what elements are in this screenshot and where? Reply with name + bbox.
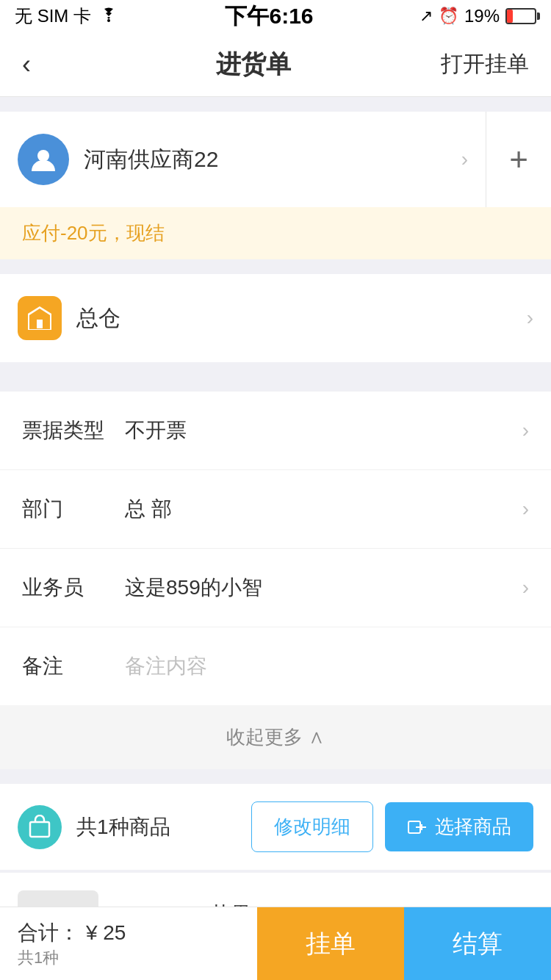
- battery-icon: [505, 8, 536, 24]
- salesperson-chevron-icon: ›: [522, 576, 529, 599]
- gap-top: [0, 97, 551, 112]
- cart-icon: [27, 815, 52, 840]
- location-icon: ↗: [419, 7, 433, 26]
- back-button[interactable]: ‹: [22, 49, 66, 80]
- total-section: 合计： ¥ 25 共1种: [0, 907, 257, 980]
- payment-notice: 应付-20元，现结: [0, 207, 551, 259]
- total-amount: ¥ 25: [86, 921, 126, 944]
- department-label: 部门: [22, 495, 110, 523]
- collapse-label: 收起更多 ∧: [226, 724, 324, 750]
- salesperson-label: 业务员: [22, 574, 110, 602]
- warehouse-row[interactable]: 总仓 ›: [0, 274, 551, 362]
- warehouse-icon: [26, 305, 53, 331]
- user-icon: [29, 145, 58, 174]
- supplier-name: 河南供应商22: [84, 145, 454, 175]
- svg-point-1: [37, 150, 49, 162]
- network-label: 无 SIM 卡: [15, 4, 91, 28]
- invoice-chevron-icon: ›: [522, 419, 529, 442]
- status-left: 无 SIM 卡: [15, 4, 119, 28]
- supplier-select-button[interactable]: 河南供应商22 ›: [0, 112, 486, 207]
- collapse-bar[interactable]: 收起更多 ∧: [0, 705, 551, 769]
- gap-1: [0, 377, 551, 392]
- battery-percent: 19%: [464, 6, 500, 26]
- product-header: 共1种商品 修改明细 选择商品: [0, 784, 551, 870]
- suspend-button[interactable]: 挂单: [257, 907, 404, 980]
- status-bar: 无 SIM 卡 下午6:16 ↗ ⏰ 19%: [0, 0, 551, 32]
- page-title: 进货单: [216, 48, 291, 82]
- invoice-label: 票据类型: [22, 417, 110, 444]
- checkout-button[interactable]: 结算: [404, 907, 551, 980]
- svg-point-0: [107, 19, 110, 22]
- department-chevron-icon: ›: [522, 497, 529, 521]
- invoice-row[interactable]: 票据类型 不开票 ›: [0, 392, 551, 470]
- status-time: 下午6:16: [225, 1, 313, 32]
- remark-label: 备注: [22, 652, 110, 680]
- supplier-avatar: [18, 134, 69, 185]
- product-count-label: 共1种商品: [76, 813, 251, 841]
- remark-row[interactable]: 备注 备注内容: [0, 627, 551, 705]
- form-section: 票据类型 不开票 › 部门 总 部 › 业务员 这是859的小智 › 备注 备注…: [0, 392, 551, 705]
- supplier-section: 河南供应商22 › +: [0, 112, 551, 207]
- nav-bar: ‹ 进货单 打开挂单: [0, 32, 551, 97]
- open-pending-button[interactable]: 打开挂单: [441, 49, 529, 79]
- select-product-label: 选择商品: [435, 814, 511, 840]
- svg-rect-2: [30, 822, 49, 837]
- bottom-bar: 合计： ¥ 25 共1种 挂单 结算: [0, 907, 551, 980]
- warehouse-chevron-icon: ›: [527, 306, 533, 330]
- salesperson-value: 这是859的小智: [110, 574, 515, 602]
- department-value: 总 部: [110, 495, 515, 523]
- product-icon-wrap: [18, 805, 62, 849]
- select-product-icon: [407, 817, 428, 837]
- edit-detail-button[interactable]: 修改明细: [251, 801, 373, 852]
- remark-input[interactable]: 备注内容: [110, 652, 529, 680]
- warehouse-name: 总仓: [76, 303, 519, 334]
- department-row[interactable]: 部门 总 部 ›: [0, 470, 551, 549]
- total-count: 共1种: [18, 947, 240, 969]
- supplier-add-button[interactable]: +: [486, 112, 551, 207]
- add-icon: +: [509, 141, 528, 178]
- total-amount-row: 合计： ¥ 25: [18, 918, 240, 947]
- select-product-button[interactable]: 选择商品: [385, 802, 533, 851]
- total-label: 合计：: [18, 921, 79, 944]
- supplier-chevron-icon: ›: [461, 148, 468, 171]
- wifi-icon: [98, 6, 119, 26]
- invoice-value: 不开票: [110, 417, 515, 444]
- alarm-icon: ⏰: [439, 7, 458, 26]
- warehouse-icon-wrap: [18, 296, 62, 340]
- salesperson-row[interactable]: 业务员 这是859的小智 ›: [0, 549, 551, 627]
- status-right: ↗ ⏰ 19%: [419, 6, 536, 26]
